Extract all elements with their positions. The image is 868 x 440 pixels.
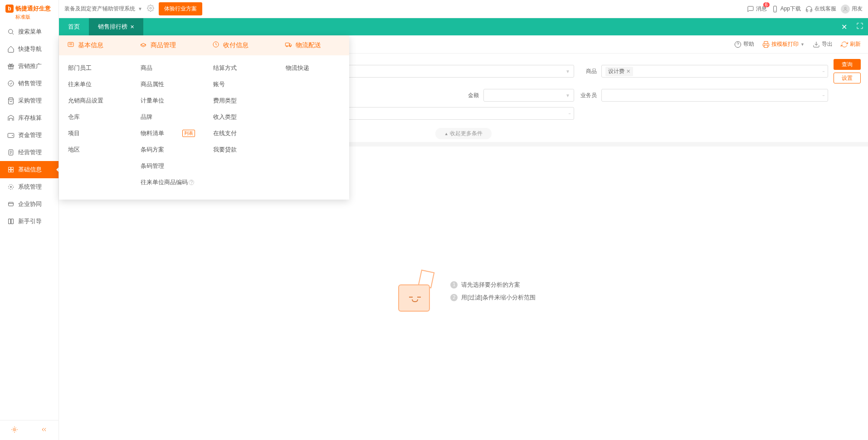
mega-item[interactable]: 仓库 xyxy=(59,109,132,125)
help-icon[interactable]: ? xyxy=(189,180,194,185)
more-icon[interactable]: ··· xyxy=(822,92,824,98)
product-input[interactable]: 设计费 ✕ ··· xyxy=(601,65,828,78)
gear-icon[interactable] xyxy=(147,5,154,13)
mega-item[interactable]: 部门员工 xyxy=(59,60,132,76)
mega-item[interactable]: 允销商品设置 xyxy=(59,93,132,109)
user-menu[interactable]: 用友 xyxy=(841,5,863,14)
mega-item[interactable]: 结算方式 xyxy=(204,60,277,76)
sidebar: b 畅捷通好生意 标准版 搜索菜单快捷导航营销推广销售管理采购管理库存核算资金管… xyxy=(0,0,59,440)
mega-item[interactable]: 收入类型 xyxy=(204,109,277,125)
mega-item[interactable]: 品牌 xyxy=(132,109,204,125)
collapse-filters-button[interactable]: ▲ 收起更多条件 xyxy=(435,128,492,139)
svg-rect-13 xyxy=(9,170,11,172)
sidebar-item-7[interactable]: 经营管理 xyxy=(0,144,59,161)
list-badge: 列表 xyxy=(182,130,195,137)
mega-item[interactable]: 条码管理 xyxy=(132,158,204,174)
product-label: 商品 xyxy=(574,68,597,75)
export-icon xyxy=(813,41,820,48)
book-icon xyxy=(7,218,15,225)
sidebar-item-11[interactable]: 新手引导 xyxy=(0,213,59,230)
mega-header-icon xyxy=(212,41,219,50)
empty-illustration xyxy=(391,271,437,316)
sidebar-item-1[interactable]: 快捷导航 xyxy=(0,40,59,58)
sidebar-item-0[interactable]: 搜索菜单 xyxy=(0,23,59,40)
layers-icon xyxy=(7,166,15,173)
mega-item[interactable]: 物料清单列表 xyxy=(132,125,204,142)
support-button[interactable]: 在线客服 xyxy=(805,5,836,13)
svg-rect-17 xyxy=(9,202,14,206)
sidebar-item-8[interactable]: 基础信息 xyxy=(0,161,59,178)
gift-icon xyxy=(7,63,15,70)
mega-item[interactable]: 条码方案 xyxy=(132,142,204,158)
settings-icon[interactable] xyxy=(11,426,18,435)
edition-label: 标准版 xyxy=(0,14,59,20)
msg-badge: 6 xyxy=(763,2,770,7)
sidebar-item-2[interactable]: 营销推广 xyxy=(0,58,59,75)
home-icon xyxy=(7,45,15,53)
svg-rect-14 xyxy=(11,170,14,172)
mega-item[interactable]: 商品属性 xyxy=(132,76,204,93)
mega-item[interactable]: 项目 xyxy=(59,125,132,142)
salesman-input[interactable]: ··· xyxy=(601,89,828,102)
export-button[interactable]: 导出 xyxy=(813,40,833,48)
more-icon[interactable]: ··· xyxy=(822,68,824,74)
mega-item[interactable]: 往来单位 xyxy=(59,76,132,93)
sidebar-item-5[interactable]: 库存核算 xyxy=(0,109,59,127)
collapse-icon[interactable] xyxy=(40,426,48,435)
mega-item[interactable]: 费用类型 xyxy=(204,93,277,109)
reset-button[interactable]: 设置 xyxy=(834,73,861,83)
tab-sales-ranking[interactable]: 销售排行榜 ✕ xyxy=(89,18,143,35)
sidebar-item-10[interactable]: 企业协同 xyxy=(0,196,59,213)
sidebar-item-6[interactable]: 资金管理 xyxy=(0,127,59,144)
more-icon[interactable]: ··· xyxy=(568,110,570,117)
tab-home[interactable]: 首页 xyxy=(59,18,89,35)
chevron-down-icon: ▼ xyxy=(566,93,570,98)
empty-step-2: 2 用[过滤]条件来缩小分析范围 xyxy=(450,293,535,302)
mega-item[interactable]: 物流快递 xyxy=(277,60,349,76)
refresh-button[interactable]: 刷新 xyxy=(841,40,861,48)
mega-item[interactable]: 商品 xyxy=(132,60,204,76)
step-badge: 2 xyxy=(450,294,458,301)
app-download-button[interactable]: App下载 xyxy=(771,5,801,13)
plan-button[interactable]: 体验行业方案 xyxy=(159,2,202,15)
logo-icon: b xyxy=(5,5,14,13)
mega-item[interactable]: 账号 xyxy=(204,76,277,93)
mega-item[interactable]: 地区 xyxy=(59,142,132,158)
mega-item[interactable]: 往来单位商品编码? xyxy=(132,174,204,191)
tab-bar: 首页 销售排行榜 ✕ ✕ xyxy=(59,18,868,35)
sidebar-item-9[interactable]: 系统管理 xyxy=(0,178,59,196)
query-button[interactable]: 查询 xyxy=(834,59,861,70)
mega-col-3: 物流配送物流快递 xyxy=(277,35,349,200)
mega-header-icon xyxy=(140,41,147,50)
amount-select[interactable]: ▼ xyxy=(483,89,574,102)
mega-item[interactable]: 在线支付 xyxy=(204,125,277,142)
help-button[interactable]: 帮助 xyxy=(734,40,754,48)
svg-point-15 xyxy=(9,185,14,190)
system-selector[interactable]: 装备及固定资产辅助管理系统 ▼ xyxy=(64,5,142,13)
chevron-up-icon: ▲ xyxy=(444,132,449,136)
search-icon xyxy=(7,28,15,35)
cart-icon xyxy=(7,80,15,87)
product-tag: 设计费 ✕ xyxy=(605,67,633,76)
sidebar-item-3[interactable]: 销售管理 xyxy=(0,75,59,92)
sidebar-item-4[interactable]: 采购管理 xyxy=(0,92,59,109)
filter-select-1[interactable]: ▼ xyxy=(320,65,574,78)
svg-point-6 xyxy=(12,135,13,136)
mega-item[interactable]: 我要贷款 xyxy=(204,142,277,158)
gear-dashed-icon xyxy=(7,183,15,191)
step-badge: 1 xyxy=(450,281,458,288)
svg-point-20 xyxy=(150,7,151,9)
messages-button[interactable]: 消息 6 xyxy=(747,5,767,13)
logo: b 畅捷通好生意 xyxy=(0,0,59,15)
close-all-icon[interactable]: ✕ xyxy=(837,23,852,31)
svg-point-31 xyxy=(286,46,288,47)
mega-menu: 基本信息部门员工往来单位允销商品设置仓库项目地区商品管理商品商品属性计量单位品牌… xyxy=(59,35,349,200)
filter-input-3[interactable]: ··· xyxy=(320,107,574,120)
tag-remove-icon[interactable]: ✕ xyxy=(626,68,630,74)
mega-item[interactable]: 计量单位 xyxy=(132,93,204,109)
fullscreen-icon[interactable] xyxy=(852,22,868,31)
print-button[interactable]: 按模板打印 ▼ xyxy=(762,40,805,48)
svg-point-23 xyxy=(844,7,846,9)
svg-point-19 xyxy=(14,429,15,430)
close-icon[interactable]: ✕ xyxy=(130,24,134,30)
